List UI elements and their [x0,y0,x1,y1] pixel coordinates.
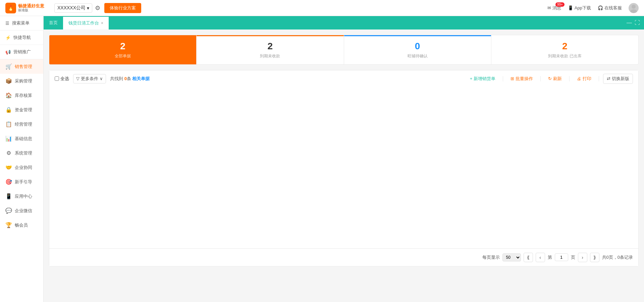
sidebar-label-1: 采购管理 [15,78,32,84]
sidebar-label-4: 经营管理 [15,121,32,127]
settings-icon[interactable]: ⚙ [95,4,100,12]
related-link[interactable]: 相关单据 [132,76,150,81]
refresh-icon: ↻ [548,76,552,81]
sidebar-item-5[interactable]: 📊 基础信息 [0,131,43,146]
app-download-button[interactable]: 📱 App下载 [568,5,591,11]
sidebar-icon-4: 📋 [5,121,12,127]
sidebar-label-11: 畅会员 [15,222,28,228]
sidebar-icon-5: 📊 [5,135,12,142]
page-suffix: 页 [571,254,575,260]
stat-wangfu[interactable]: 0 旺辅待确认 [344,35,491,64]
online-service-label: 在线客服 [604,5,622,11]
sidebar-label-3: 资金管理 [15,107,32,113]
search-menu[interactable]: ☰ 搜索菜单 [0,16,43,31]
stat-wangfu-bar [344,35,491,36]
prev-page-button[interactable]: ‹ [536,253,545,262]
maximize-icon[interactable]: ⛶ [635,20,640,26]
marketing[interactable]: 📢 营销推广 [0,45,43,59]
print-label: 打印 [583,76,591,82]
svg-point-1 [630,9,637,13]
sidebar-item-4[interactable]: 📋 经营管理 [0,117,43,131]
stat-overdue-out[interactable]: 2 到期未收款 已出库 [491,35,638,64]
batch-label: 批量操作 [516,76,533,82]
sidebar-icon-7: 🤝 [5,164,12,171]
app-download-label: App下载 [575,5,591,11]
sidebar-item-10[interactable]: 💬 企业微信 [0,203,43,218]
switch-button[interactable]: ⇄ 切换新版 [603,74,633,84]
stat-overdue-out-label: 到期未收款 已出库 [498,53,632,59]
sidebar-icon-10: 💬 [5,207,12,214]
tab-close-icon[interactable]: × [101,21,103,25]
select-all-label: 全选 [60,76,69,82]
top-right-area: ✉ 消息 99+ 📱 App下载 🎧 在线客服 [547,3,639,13]
stat-wangfu-num: 0 [351,41,484,52]
sidebar: ☰ 搜索菜单 ⚡ 快捷导航 📢 营销推广 🛒 销售管理 📦 采购管理 🏠 库存核… [0,16,44,302]
refresh-label: 刷新 [553,76,562,82]
tab-home[interactable]: 首页 [44,16,63,29]
sidebar-items: 🛒 销售管理 📦 采购管理 🏠 库存核算 🔒 资金管理 📋 经营管理 📊 基础信… [0,59,43,232]
stat-all-num: 2 [56,41,190,52]
first-page-button[interactable]: ⟪ [524,253,533,262]
sidebar-item-6[interactable]: ⚙ 系统管理 [0,146,43,160]
sidebar-item-8[interactable]: 🎯 新手引导 [0,175,43,189]
avatar[interactable] [629,3,639,13]
per-page-label: 每页显示 [482,254,500,260]
quick-nav[interactable]: ⚡ 快捷导航 [0,31,43,45]
stat-all[interactable]: 2 全部单据 [49,35,197,64]
stat-overdue-out-num: 2 [498,41,632,52]
stat-wangfu-label: 旺辅待确认 [351,53,484,59]
divider3 [569,76,570,81]
sidebar-item-11[interactable]: 🏆 畅会员 [0,218,43,232]
filter-button[interactable]: ▽ 更多条件 ∨ [73,74,106,83]
tab-workbench[interactable]: 钱货日清工作台 × [63,16,109,29]
logo-sub: 标准版 [18,8,44,12]
sidebar-item-3[interactable]: 🔒 资金管理 [0,103,43,117]
sidebar-label-2: 库存核算 [15,93,32,99]
filter-label: 更多条件 [81,76,98,82]
batch-button[interactable]: ⊞ 批量操作 [507,74,536,83]
sidebar-label-9: 应用中心 [15,193,32,199]
sidebar-icon-0: 🛒 [5,63,12,70]
filter-icon: ▽ [76,76,79,81]
tab-home-label: 首页 [49,20,58,26]
last-page-button[interactable]: ⟫ [590,253,599,262]
search-menu-label: 搜索菜单 [12,20,30,26]
logo-area: 🔥 畅捷通好生意 标准版 [5,3,49,13]
stat-all-label: 全部单据 [56,53,190,59]
refresh-button[interactable]: ↻ 刷新 [545,74,565,83]
top-bar: 🔥 畅捷通好生意 标准版 XXXXXX公司 ▾ ⚙ 体验行业方案 ✉ 消息 99… [0,0,644,16]
logo-main: 畅捷通好生意 [18,3,44,9]
headset-icon: 🎧 [598,5,603,10]
message-button[interactable]: ✉ 消息 99+ [547,5,561,11]
sidebar-item-1[interactable]: 📦 采购管理 [0,74,43,88]
online-service-button[interactable]: 🎧 在线客服 [598,5,622,11]
table-area: 全选 ▽ 更多条件 ∨ 共找到 0条 相关单据 + 新增销货单 ⊞ 批量操作 ↻ [49,70,639,266]
page-input[interactable] [555,253,568,261]
add-sale-button[interactable]: + 新增销货单 [467,74,499,83]
sidebar-icon-8: 🎯 [5,179,12,185]
tab-workbench-label: 钱货日清工作台 [68,20,99,26]
sidebar-item-9[interactable]: 📱 应用中心 [0,189,43,203]
sidebar-label-6: 系统管理 [15,150,32,156]
pagination-bar: 每页显示 50 100 200 ⟪ ‹ 第 页 › ⟫ 共0页，0条记录 [49,248,638,266]
stat-overdue-label: 到期未收款 [203,53,337,59]
next-page-button[interactable]: › [578,253,587,262]
sidebar-item-0[interactable]: 🛒 销售管理 [0,59,43,74]
per-page-select[interactable]: 50 100 200 [502,253,521,261]
minimize-icon[interactable]: — [627,20,632,26]
company-selector[interactable]: XXXXXX公司 ▾ [54,3,92,13]
sidebar-item-2[interactable]: 🏠 库存核算 [0,88,43,103]
sidebar-item-7[interactable]: 🤝 企业协同 [0,160,43,175]
select-all-input[interactable] [55,76,59,81]
batch-icon: ⊞ [511,76,514,81]
stats-row: 2 全部单据 2 到期未收款 0 旺辅待确认 2 到期未收款 已出库 [49,35,639,65]
search-icon: ☰ [5,21,9,26]
experience-button[interactable]: 体验行业方案 [104,3,141,13]
sidebar-icon-6: ⚙ [5,150,12,156]
stat-overdue[interactable]: 2 到期未收款 [197,35,344,64]
print-button[interactable]: 🖨 打印 [574,74,595,83]
download-icon: 📱 [568,5,573,10]
select-all-checkbox[interactable]: 全选 [55,76,69,82]
message-badge: 99+ [555,2,565,7]
quick-nav-label: 快捷导航 [13,35,31,41]
